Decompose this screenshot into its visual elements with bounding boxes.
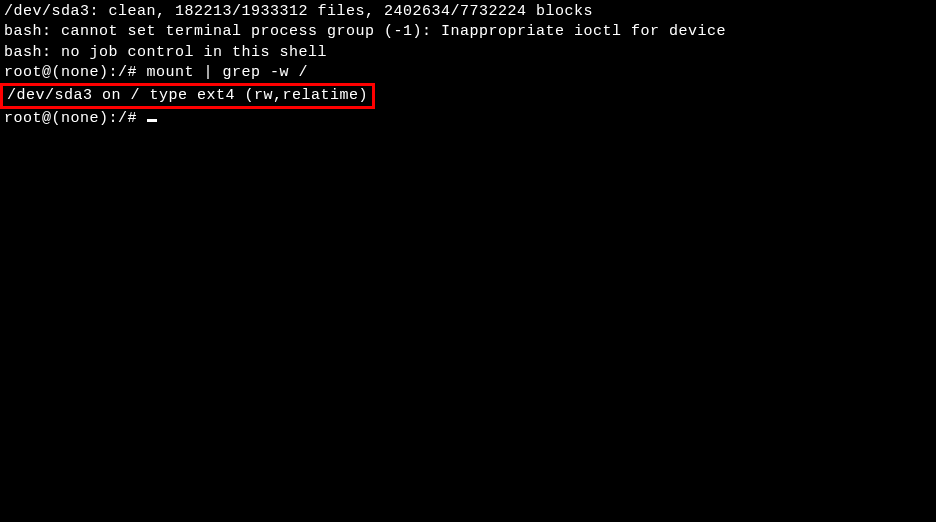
shell-prompt: root@(none):/# [4,109,147,129]
command-line-1: root@(none):/# mount | grep -w / [4,63,932,83]
shell-prompt: root@(none):/# [4,64,147,81]
bash-jobcontrol-line: bash: no job control in this shell [4,43,932,63]
bash-error-line: bash: cannot set terminal process group … [4,22,932,42]
command-line-2[interactable]: root@(none):/# [4,109,932,129]
highlighted-mount-output: /dev/sda3 on / type ext4 (rw,relatime) [0,83,375,109]
cursor-icon [147,119,157,122]
fsck-output-line: /dev/sda3: clean, 182213/1933312 files, … [4,2,932,22]
command-text: mount | grep -w / [147,64,309,81]
mount-output-line: /dev/sda3 on / type ext4 (rw,relatime) [4,83,932,109]
